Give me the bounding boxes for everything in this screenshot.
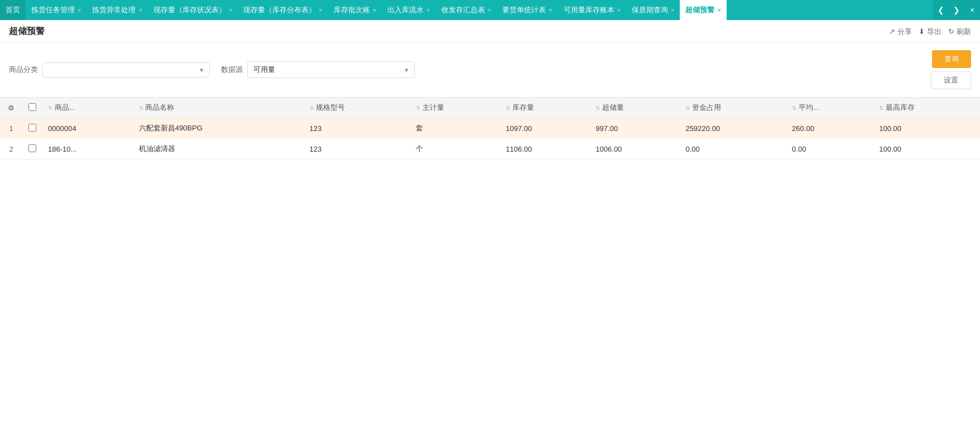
col-avg-header[interactable]: ⇅ 平均...	[786, 98, 873, 118]
select-all-checkbox[interactable]	[28, 103, 36, 111]
datasource-label: 数据源	[221, 65, 243, 75]
nav-exception[interactable]: 拣货异常处理 ×	[87, 0, 147, 20]
row-checkbox[interactable]	[28, 144, 36, 152]
row-code: 0000004	[42, 118, 133, 139]
datasource-filter: 数据源 可用量 ▾	[221, 61, 415, 78]
share-button[interactable]: ↗ 分享	[889, 27, 912, 37]
row-capital: 259220.00	[680, 118, 786, 139]
close-inventory-dist-icon[interactable]: ×	[319, 7, 322, 13]
col-unit-header[interactable]: ⇅ 主计量	[410, 98, 500, 118]
nav-collect[interactable]: 收发存汇总表 ×	[436, 0, 497, 20]
row-capital: 0.00	[680, 139, 786, 159]
filter-row: 商品分类 ▾ 数据源 可用量 ▾ 查询 设置	[0, 42, 980, 97]
row-name: 六配套新昌490BPG	[133, 118, 304, 139]
sort-icon-code: ⇅	[48, 105, 52, 111]
datasource-dropdown-icon: ▾	[405, 66, 409, 74]
row-stock: 1097.00	[500, 118, 590, 139]
nav-task[interactable]: 拣货任务管理 ×	[26, 0, 87, 20]
query-button[interactable]: 查询	[932, 50, 971, 68]
row-checkbox-cell[interactable]	[22, 118, 42, 139]
category-select[interactable]: ▾	[42, 62, 210, 77]
nav-quality[interactable]: 保质期查询 ×	[626, 0, 680, 20]
sort-icon-capital: ⇅	[685, 105, 690, 111]
datasource-select[interactable]: 可用量 ▾	[247, 61, 415, 78]
sort-icon-overstock: ⇅	[595, 105, 600, 111]
row-overstock: 997.00	[590, 118, 680, 139]
table-container: ⚙ ⇅ 商品... ⇅ 商品名称 ⇅ 规格型号 ⇅	[0, 97, 980, 159]
page-title: 超储预警	[9, 26, 45, 37]
close-batch-icon[interactable]: ×	[373, 7, 376, 13]
share-icon: ↗	[889, 27, 895, 36]
settings-button[interactable]: 设置	[931, 71, 971, 89]
close-inout-icon[interactable]: ×	[426, 7, 430, 13]
col-name-header[interactable]: ⇅ 商品名称	[133, 98, 304, 118]
top-navigation: 首页 拣货任务管理 × 拣货异常处理 × 现存量（库存状况表） × 现存量（库存…	[0, 0, 980, 20]
header-actions: ↗ 分享 ⬇ 导出 ↻ 刷新	[889, 27, 971, 37]
row-stock: 1106.00	[500, 139, 590, 159]
nav-overstock[interactable]: 超储预警 ×	[680, 0, 726, 20]
col-code-header[interactable]: ⇅ 商品...	[42, 98, 133, 118]
action-buttons: 查询 设置	[931, 50, 971, 89]
datasource-value: 可用量	[253, 65, 275, 75]
nav-order-stat[interactable]: 要货单统计表 ×	[497, 0, 558, 20]
select-all-cell[interactable]	[22, 98, 42, 118]
nav-home[interactable]: 首页	[0, 0, 26, 20]
nav-prev-button[interactable]: ❮	[933, 0, 949, 20]
nav-arrows: ❮ ❯ ×	[933, 0, 980, 20]
close-quality-icon[interactable]: ×	[671, 7, 674, 13]
row-checkbox[interactable]	[28, 124, 36, 132]
close-inventory-status-icon[interactable]: ×	[229, 7, 232, 13]
col-spec-header[interactable]: ⇅ 规格型号	[304, 98, 411, 118]
nav-close-all-button[interactable]: ×	[964, 0, 980, 20]
nav-inventory-dist[interactable]: 现存量（库存分布表） ×	[238, 0, 328, 20]
row-seq: 1	[0, 118, 22, 139]
close-task-icon[interactable]: ×	[78, 7, 81, 13]
row-spec: 123	[304, 139, 411, 159]
sort-icon-max: ⇅	[879, 105, 883, 111]
row-code: 186-10...	[42, 139, 133, 159]
settings-column-header[interactable]: ⚙	[0, 98, 22, 118]
overstock-table: ⚙ ⇅ 商品... ⇅ 商品名称 ⇅ 规格型号 ⇅	[0, 97, 980, 159]
col-stock-header[interactable]: ⇅ 库存量	[500, 98, 590, 118]
close-exception-icon[interactable]: ×	[138, 7, 142, 13]
category-dropdown-icon: ▾	[200, 66, 204, 74]
row-avg: 260.00	[786, 118, 873, 139]
col-overstock-header[interactable]: ⇅ 超储量	[590, 98, 680, 118]
sort-icon-stock: ⇅	[506, 105, 510, 111]
nav-batch[interactable]: 库存批次账 ×	[328, 0, 382, 20]
category-label: 商品分类	[9, 65, 38, 75]
sort-icon-name: ⇅	[139, 105, 143, 111]
table-row: 2 186-10... 机油滤清器 123 个 1106.00 1006.00 …	[0, 139, 980, 159]
row-unit: 个	[410, 139, 500, 159]
table-body: 1 0000004 六配套新昌490BPG 123 套 1097.00 997.…	[0, 118, 980, 159]
nav-next-button[interactable]: ❯	[949, 0, 964, 20]
close-overstock-icon[interactable]: ×	[717, 7, 720, 13]
sort-icon-spec: ⇅	[310, 105, 314, 111]
row-avg: 0.00	[786, 139, 873, 159]
nav-inout[interactable]: 出入库流水 ×	[382, 0, 435, 20]
table-header-row: ⚙ ⇅ 商品... ⇅ 商品名称 ⇅ 规格型号 ⇅	[0, 98, 980, 118]
row-unit: 套	[410, 118, 500, 139]
refresh-icon: ↻	[948, 27, 954, 36]
row-seq: 2	[0, 139, 22, 159]
table-row: 1 0000004 六配套新昌490BPG 123 套 1097.00 997.…	[0, 118, 980, 139]
close-collect-icon[interactable]: ×	[488, 7, 491, 13]
col-max-header[interactable]: ⇅ 最高库存	[873, 98, 980, 118]
close-available-icon[interactable]: ×	[617, 7, 621, 13]
export-icon: ⬇	[919, 27, 925, 36]
close-order-stat-icon[interactable]: ×	[549, 7, 552, 13]
row-spec: 123	[304, 118, 411, 139]
row-checkbox-cell[interactable]	[22, 139, 42, 159]
nav-available[interactable]: 可用量库存账本 ×	[558, 0, 626, 20]
export-button[interactable]: ⬇ 导出	[919, 27, 941, 37]
nav-inventory-status[interactable]: 现存量（库存状况表） ×	[148, 0, 238, 20]
sort-icon-avg: ⇅	[792, 105, 796, 111]
category-filter: 商品分类 ▾	[9, 62, 210, 77]
row-name: 机油滤清器	[133, 139, 304, 159]
row-overstock: 1006.00	[590, 139, 680, 159]
gear-icon: ⚙	[8, 104, 15, 112]
col-capital-header[interactable]: ⇅ 资金占用	[680, 98, 786, 118]
sort-icon-unit: ⇅	[416, 105, 420, 111]
refresh-button[interactable]: ↻ 刷新	[948, 27, 971, 37]
page-header: 超储预警 ↗ 分享 ⬇ 导出 ↻ 刷新	[0, 20, 980, 42]
